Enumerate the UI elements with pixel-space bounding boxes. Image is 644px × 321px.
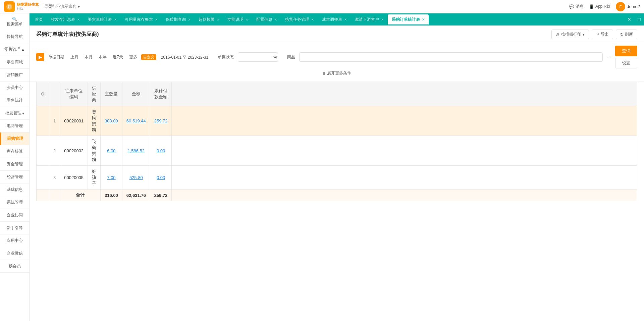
tab-available-inv[interactable]: 可用量库存账本 ✕ xyxy=(121,14,162,24)
tab-close-cost-adjust[interactable]: ✕ xyxy=(344,18,347,21)
sidebar-item-system-mgmt[interactable]: 系统管理 xyxy=(0,196,29,209)
table-row[interactable]: 2 00020002 飞鹤奶粉 6.00 1,586.52 0.00 xyxy=(37,136,637,166)
sidebar-item-new-guide[interactable]: 新手引导 xyxy=(0,222,29,234)
query-btn-group: 查询 设置 xyxy=(615,46,637,68)
sidebar-item-inventory[interactable]: 库存核算 xyxy=(0,145,29,158)
sidebar-item-app-center[interactable]: 应用中心 xyxy=(0,234,29,247)
date-shortcut-more[interactable]: 更多 xyxy=(127,54,139,61)
tab-invite-customer[interactable]: 邀请下游客户 ✕ xyxy=(351,14,388,24)
data-table: ⚙ 往来单位编码 供应商 主数量 金额 累计付款金额 xyxy=(36,82,637,201)
template-print-dropdown-icon: ▾ xyxy=(583,32,585,37)
tab-close-all-button[interactable]: ✕ xyxy=(625,16,633,23)
tab-purchase-order-stats[interactable]: 采购订单统计表 ✕ xyxy=(388,14,429,24)
sidebar-item-enterprise-wechat[interactable]: 企业微信 xyxy=(0,247,29,260)
date-shortcut-this-year[interactable]: 本年 xyxy=(97,54,109,61)
gear-icon[interactable]: ⚙ xyxy=(41,91,45,97)
sidebar-item-basic-info[interactable]: 基础信息 xyxy=(0,183,29,196)
sidebar-item-retail-mall[interactable]: 零售商城 xyxy=(0,56,29,69)
sidebar-item-operations[interactable]: 经营管理 xyxy=(0,171,29,183)
sidebar-item-members[interactable]: 会员中心 xyxy=(0,82,29,94)
table-row[interactable]: 3 00020005 好孩子 7.00 525.80 0.00 xyxy=(37,166,637,190)
status-select[interactable] xyxy=(238,52,278,62)
tab-close-overstock-alert[interactable]: ✕ xyxy=(217,18,219,21)
date-shortcut-this-month[interactable]: 本月 xyxy=(83,54,95,61)
message-button[interactable]: 💬 消息 xyxy=(569,4,584,9)
sidebar-item-member-vip[interactable]: 畅会员 xyxy=(0,260,29,273)
td-amount-3[interactable]: 525.80 xyxy=(122,166,150,190)
avatar: E xyxy=(616,2,625,11)
settings-button[interactable]: 设置 xyxy=(615,58,637,68)
td-qty-3[interactable]: 7.00 xyxy=(101,166,122,190)
td-qty-2[interactable]: 6.00 xyxy=(101,136,122,166)
tab-bar-actions: ✕ □ xyxy=(625,16,643,23)
tab-config-info[interactable]: 配置信息 ✕ xyxy=(252,14,281,24)
th-amount: 金额 xyxy=(122,82,150,106)
sidebar-item-finance[interactable]: 资金管理 xyxy=(0,158,29,171)
sidebar-item-marketing[interactable]: 营销推广 xyxy=(0,69,29,82)
td-paid-3[interactable]: 0.00 xyxy=(150,166,172,190)
top-bar-left: 好 畅捷通好生意 标版 母婴行业演示账套 ▾ xyxy=(4,1,83,12)
date-shortcut-last-month[interactable]: 上月 xyxy=(68,54,80,61)
main-layout: 🔍 搜索菜单 快捷导航 零售管理 ▲ 零售商城 营销推广 会员中心 零售统计 批… xyxy=(0,13,644,321)
sidebar-item-enterprise[interactable]: 企业协同 xyxy=(0,209,29,222)
template-print-button[interactable]: 🖨 按模板打印 ▾ xyxy=(551,30,589,39)
goods-more-button[interactable]: ··· xyxy=(607,54,611,60)
sidebar-search[interactable]: 🔍 搜索菜单 xyxy=(0,13,29,31)
expand-more-button[interactable]: ⊕ 展开更多条件 xyxy=(322,70,351,76)
tab-recv-send[interactable]: 收发存汇总表 ✕ xyxy=(47,14,84,24)
tab-cost-adjust[interactable]: 成本调整单 ✕ xyxy=(318,14,351,24)
td-footer-extra xyxy=(172,190,637,201)
user-profile[interactable]: E demo2 xyxy=(616,2,640,11)
tab-close-config-info[interactable]: ✕ xyxy=(274,18,277,21)
tab-overstock-alert[interactable]: 超储预警 ✕ xyxy=(195,14,223,24)
td-amount-2[interactable]: 1,586.52 xyxy=(122,136,150,166)
tab-close-purchase-stats[interactable]: ✕ xyxy=(114,18,117,21)
td-extra-3 xyxy=(172,166,637,190)
td-paid-1[interactable]: 259.72 xyxy=(150,106,172,136)
td-footer-settings xyxy=(37,190,49,201)
tab-close-purchase-order-stats[interactable]: ✕ xyxy=(422,18,425,21)
th-paid: 累计付款金额 xyxy=(150,82,172,106)
sidebar-item-retail-mgmt[interactable]: 零售管理 ▲ xyxy=(0,43,29,56)
td-extra-2 xyxy=(172,136,637,166)
td-qty-1[interactable]: 303.00 xyxy=(101,106,122,136)
table-row[interactable]: 1 00020001 惠氏奶粉 303.00 60,519.44 259.72 xyxy=(37,106,637,136)
sidebar-item-purchase-mgmt[interactable]: 采购管理 xyxy=(0,132,29,145)
sidebar-item-quicknav[interactable]: 快捷导航 xyxy=(0,31,29,43)
tab-func-desc[interactable]: 功能说明 ✕ xyxy=(223,14,252,24)
td-supplier-name-2: 飞鹤奶粉 xyxy=(88,136,101,166)
username-label: demo2 xyxy=(627,4,640,9)
tab-purchase-stats[interactable]: 要货单统计表 ✕ xyxy=(84,14,121,24)
chevron-down-icon: ▲ xyxy=(21,47,25,52)
tab-close-expiry-query[interactable]: ✕ xyxy=(188,18,191,21)
table-scroll: ⚙ 往来单位编码 供应商 主数量 金额 累计付款金额 xyxy=(36,82,637,201)
th-settings[interactable]: ⚙ xyxy=(37,82,49,106)
tab-close-available-inv[interactable]: ✕ xyxy=(155,18,158,21)
app-download-icon: 📱 xyxy=(589,4,594,9)
tab-home[interactable]: 首页 xyxy=(31,14,47,24)
tab-maximize-button[interactable]: □ xyxy=(636,16,643,23)
query-button[interactable]: 查询 xyxy=(615,46,637,56)
export-button[interactable]: ↗ 导出 xyxy=(592,30,613,39)
refresh-button[interactable]: ↻ 刷新 xyxy=(616,30,637,39)
goods-search-input[interactable] xyxy=(299,52,603,62)
tab-pick-task[interactable]: 拣货任务管理 ✕ xyxy=(281,14,318,24)
td-paid-2[interactable]: 0.00 xyxy=(150,136,172,166)
tab-close-invite-customer[interactable]: ✕ xyxy=(381,18,384,21)
td-amount-1[interactable]: 60,519.44 xyxy=(122,106,150,136)
sidebar-item-wholesale-mgmt[interactable]: 批发管理 ▾ xyxy=(0,107,29,120)
app-download-button[interactable]: 📱 App下载 xyxy=(589,4,610,9)
tab-close-recv-send[interactable]: ✕ xyxy=(77,18,80,21)
filter-toggle-button[interactable]: ▶ xyxy=(36,53,44,61)
tab-expiry-query[interactable]: 保质期查询 ✕ xyxy=(162,14,195,24)
th-supplier-code: 往来单位编码 xyxy=(60,82,88,106)
tab-close-func-desc[interactable]: ✕ xyxy=(246,18,248,21)
tab-close-pick-task[interactable]: ✕ xyxy=(311,18,314,21)
workspace-selector[interactable]: 母婴行业演示账套 ▾ xyxy=(42,2,83,11)
date-shortcut-7days[interactable]: 近7天 xyxy=(111,54,125,61)
sidebar-item-retail-stats[interactable]: 零售统计 xyxy=(0,94,29,107)
refresh-icon: ↻ xyxy=(620,32,624,37)
page-header: 采购订单统计表(按供应商) 🖨 按模板打印 ▾ ↗ 导出 ↻ 刷新 xyxy=(30,25,644,42)
custom-date-tag[interactable]: 自定义 xyxy=(141,54,156,60)
sidebar-item-ecommerce[interactable]: 电商管理 xyxy=(0,120,29,132)
